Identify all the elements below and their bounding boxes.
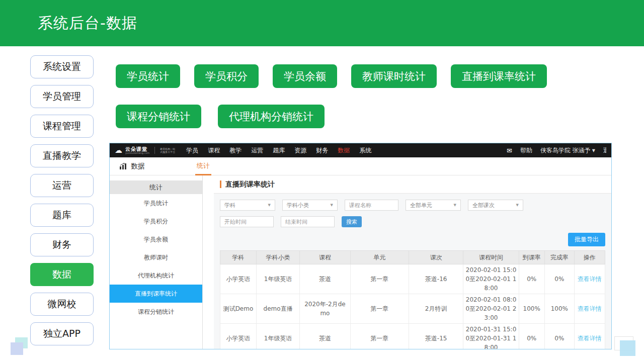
course-name-input[interactable] (345, 200, 398, 211)
col-header-actions: 操作 (574, 251, 605, 264)
content-area: 学科 ▼ 学科小类 ▼ 全部单元 ▼ 全部课次 ▼ (214, 194, 611, 349)
menu-item-course-distribution-stats[interactable]: 课程分销统计 (110, 303, 202, 321)
brand-domain: yunduoketang.com (125, 152, 149, 155)
lesson-select[interactable]: 全部课次 ▼ (468, 200, 523, 211)
tab-statistics[interactable]: 统计 (195, 157, 211, 175)
table-header-row: 学科 学科小类 课程 单元 课次 课程时间 到课率 完成率 操作 (220, 251, 605, 264)
cell-completion: 0% (544, 264, 574, 294)
quick-link-agency-distribution-stats[interactable]: 代理机构分销统计 (218, 105, 325, 128)
unit-select[interactable]: 全部单元 ▼ (406, 200, 461, 211)
quick-links-row-1: 学员统计 学员积分 学员余额 教师课时统计 直播到课率统计 (116, 64, 547, 88)
cell-course: 茶道 (300, 264, 350, 294)
quick-link-live-attendance-stats[interactable]: 直播到课率统计 (451, 64, 547, 88)
admin-body: 统计 学员统计 学员积分 学员余额 教师课时 代理机构统计 直播到课率统计 课程… (110, 175, 611, 349)
menu-item-student-balance[interactable]: 学员余额 (110, 230, 202, 248)
menu-item-live-attendance-stats[interactable]: 直播到课率统计 (110, 285, 202, 303)
subject-select[interactable]: 学科 ▼ (220, 200, 275, 211)
nav-item-operations[interactable]: 运营 (251, 146, 263, 155)
cell-time: 2020-02-01 08:00至2020-02-01 23:00 (463, 294, 519, 324)
quick-link-student-stats[interactable]: 学员统计 (116, 64, 180, 88)
filter-row-1: 学科 ▼ 学科小类 ▼ 全部单元 ▼ 全部课次 ▼ (220, 200, 605, 211)
account-menu[interactable]: 侠客岛学院 张涵予 ▼ (540, 146, 595, 155)
subject-subcategory-value: 学科小类 (287, 202, 309, 209)
quick-link-course-distribution-stats[interactable]: 课程分销统计 (116, 105, 201, 128)
sidebar-item-question-bank[interactable]: 题库 (30, 204, 94, 227)
cell-course: 2020年-2月demo (300, 294, 350, 324)
menu-item-student-points[interactable]: 学员积分 (110, 212, 202, 230)
cell-attendance: 0% (519, 264, 544, 294)
sidebar-item-data[interactable]: 数据 (30, 263, 94, 286)
end-time-input[interactable] (281, 216, 335, 227)
unit-select-value: 全部单元 (410, 202, 432, 209)
cell-time: 2020-01-31 15:00至2020-01-31 18:00 (463, 324, 519, 350)
menu-item-agency-stats[interactable]: 代理机构统计 (110, 266, 202, 285)
sidebar-item-micro-school[interactable]: 微网校 (30, 293, 94, 316)
cell-unit: 第一章 (350, 264, 409, 294)
quick-link-teacher-hours-stats[interactable]: 教师课时统计 (351, 64, 437, 88)
chevron-down-icon: ▼ (268, 203, 271, 207)
menu-item-student-stats[interactable]: 学员统计 (110, 194, 202, 212)
admin-side-menu: 统计 学员统计 学员积分 学员余额 教师课时 代理机构统计 直播到课率统计 课程… (110, 175, 203, 349)
cell-subject: 小学英语 (220, 264, 257, 294)
cell-attendance: 0% (519, 324, 544, 350)
nav-item-system[interactable]: 系统 (359, 146, 371, 155)
sidebar-item-course-management[interactable]: 课程管理 (30, 115, 94, 138)
nav-item-students[interactable]: 学员 (186, 146, 198, 155)
nav-item-question-bank[interactable]: 题库 (273, 146, 285, 155)
bar-chart-icon (120, 163, 127, 169)
mail-icon[interactable]: ✉ (507, 147, 512, 154)
quick-link-student-points[interactable]: 学员积分 (194, 64, 259, 88)
menu-item-teacher-hours[interactable]: 教师课时 (110, 248, 202, 266)
brand-tagline-line2: 式服务云平台 (160, 150, 175, 153)
module-name: 数据 (131, 162, 145, 171)
table-row: 测试Demo demo直播 2020年-2月demo 第一章 2月特训 2020… (220, 294, 605, 324)
cell-subcategory: demo直播 (256, 294, 299, 324)
view-details-link[interactable]: 查看详情 (578, 276, 602, 283)
col-header-course: 课程 (300, 251, 350, 264)
menu-header: 统计 (110, 180, 202, 194)
help-link[interactable]: 帮助 (520, 146, 532, 155)
cell-attendance: 100% (519, 294, 544, 324)
chevron-down-icon: ▼ (592, 148, 595, 153)
col-header-subject: 学科 (220, 251, 257, 264)
admin-top-nav: 学员 课程 教学 运营 题库 资源 财务 数据 系统 (186, 146, 371, 155)
nav-item-courses[interactable]: 课程 (208, 146, 220, 155)
cell-subcategory: 1年级英语 (256, 264, 299, 294)
cell-lesson: 茶道-16 (409, 264, 463, 294)
batch-export-button[interactable]: 批量导出 (568, 233, 605, 246)
view-details-link[interactable]: 查看详情 (578, 305, 602, 312)
view-details-link[interactable]: 查看详情 (578, 335, 602, 342)
truncated-topbar-item: 退 (603, 146, 606, 155)
module-label: 数据 (120, 162, 145, 171)
page-banner: 系统后台-数据 (0, 0, 644, 46)
lesson-select-value: 全部课次 (472, 202, 495, 209)
sidebar-item-standalone-app[interactable]: 独立APP (30, 322, 94, 345)
search-button[interactable]: 搜索 (342, 216, 362, 227)
col-header-lesson: 课次 (409, 251, 463, 264)
cell-completion: 0% (544, 324, 574, 350)
sidebar-item-system-settings[interactable]: 系统设置 (30, 55, 94, 78)
quick-links-row-2: 课程分销统计 代理机构分销统计 (116, 105, 325, 128)
cell-lesson: 茶道-15 (409, 324, 463, 350)
page-title: 系统后台-数据 (38, 13, 137, 34)
filter-row-2: 搜索 (220, 216, 605, 227)
nav-item-resources[interactable]: 资源 (294, 146, 306, 155)
chevron-down-icon: ▼ (516, 203, 519, 207)
sidebar-item-operations[interactable]: 运营 (30, 174, 94, 197)
cell-course: 茶道 (300, 324, 350, 350)
quick-link-student-balance[interactable]: 学员余额 (273, 64, 337, 88)
admin-topbar-right: ✉ 帮助 侠客岛学院 张涵予 ▼ 退 (507, 146, 606, 155)
sidebar-item-student-management[interactable]: 学员管理 (30, 85, 94, 108)
table-row: 小学英语 1年级英语 茶道 第一章 茶道-15 2020-01-31 15:00… (220, 324, 605, 350)
nav-item-teaching[interactable]: 教学 (229, 146, 242, 155)
brand-divider (154, 147, 155, 154)
nav-item-finance[interactable]: 财务 (316, 146, 328, 155)
account-name: 侠客岛学院 张涵予 (540, 146, 591, 155)
sidebar-item-finance[interactable]: 财务 (30, 233, 94, 256)
start-time-input[interactable] (220, 216, 274, 227)
col-header-time: 课程时间 (463, 251, 519, 264)
subject-subcategory-select[interactable]: 学科小类 ▼ (282, 200, 338, 211)
sidebar-item-live-teaching[interactable]: 直播教学 (30, 144, 94, 167)
cell-unit: 第一章 (350, 324, 409, 350)
nav-item-data[interactable]: 数据 (338, 146, 350, 155)
